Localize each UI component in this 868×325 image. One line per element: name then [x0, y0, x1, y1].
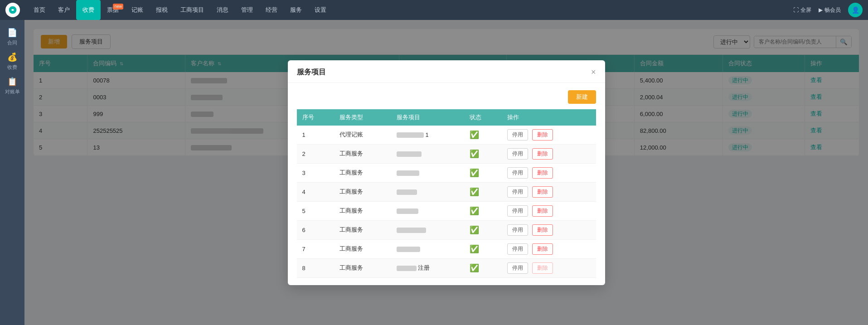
stop-button-5[interactable]: 停用 — [507, 205, 528, 217]
stop-button-2[interactable]: 停用 — [507, 148, 528, 160]
vip-icon: ▶ — [819, 7, 823, 13]
delete-button-7[interactable]: 删除 — [532, 243, 553, 255]
user-avatar[interactable]: 👤 — [848, 3, 863, 17]
nav-item-bizproject[interactable]: 工商项目 — [174, 0, 210, 20]
stop-button-3[interactable]: 停用 — [507, 167, 528, 179]
delete-button-6[interactable]: 删除 — [532, 224, 553, 236]
fee-icon: 💰 — [7, 52, 17, 62]
delete-button-2[interactable]: 删除 — [532, 148, 553, 160]
service-modal: 服务项目 × 新建 序号 服务类型 服务项目 状态 操作 — [288, 60, 605, 285]
modal-toolbar: 新建 — [297, 90, 596, 104]
list-item: 2 工商服务 ✅ 停用 删除 — [297, 144, 596, 163]
vip-button[interactable]: ▶ 畅会员 — [819, 6, 841, 14]
stop-button-8[interactable]: 停用 — [507, 262, 528, 274]
nav-item-message[interactable]: 消息 — [210, 0, 235, 20]
modal-table-body: 1 代理记账 1 ✅ 停用 删除 2 工商服务 ✅ — [297, 126, 596, 278]
modal-title: 服务项目 — [297, 68, 326, 77]
status-icon-5: ✅ — [470, 207, 479, 215]
stop-button-1[interactable]: 停用 — [507, 129, 528, 141]
nav-item-fee[interactable]: 收费 — [76, 0, 101, 20]
fullscreen-icon: ⛶ — [793, 7, 799, 13]
list-item: 6 工商服务 ✅ 停用 删除 — [297, 220, 596, 239]
app-logo[interactable] — [5, 3, 20, 17]
status-icon-4: ✅ — [470, 188, 479, 196]
modal-close-button[interactable]: × — [591, 68, 596, 77]
nav-item-invoice[interactable]: 票据 new — [101, 0, 125, 20]
status-icon-6: ✅ — [470, 226, 479, 234]
stop-button-7[interactable]: 停用 — [507, 243, 528, 255]
top-right-actions: ⛶ 全屏 ▶ 畅会员 👤 — [793, 3, 863, 17]
modal-new-button[interactable]: 新建 — [568, 90, 596, 104]
nav-item-customer[interactable]: 客户 — [52, 0, 76, 20]
sidebar-item-statement[interactable]: 📋 对账单 — [1, 73, 24, 98]
modal-header: 服务项目 × — [288, 60, 605, 83]
contract-icon: 📄 — [7, 28, 17, 38]
service-items-table: 序号 服务类型 服务项目 状态 操作 1 代理记账 1 ✅ 停用 — [297, 109, 596, 278]
nav-items: 首页 客户 收费 票据 new 记账 报税 工商项目 消息 管理 经营 服务 设… — [27, 0, 793, 20]
status-icon-2: ✅ — [470, 150, 479, 158]
nav-item-home[interactable]: 首页 — [27, 0, 52, 20]
modal-body: 新建 序号 服务类型 服务项目 状态 操作 1 代理记账 — [288, 83, 605, 285]
list-item: 5 工商服务 ✅ 停用 删除 — [297, 201, 596, 220]
top-navigation: 首页 客户 收费 票据 new 记账 报税 工商项目 消息 管理 经营 服务 设… — [0, 0, 868, 20]
nav-item-manage[interactable]: 管理 — [235, 0, 259, 20]
delete-button-1[interactable]: 删除 — [532, 129, 553, 141]
nav-item-service[interactable]: 服务 — [284, 0, 308, 20]
list-item: 8 工商服务 注册 ✅ 停用 删除 — [297, 258, 596, 277]
sidebar-item-fee[interactable]: 💰 收费 — [1, 49, 24, 73]
status-icon-3: ✅ — [470, 169, 479, 177]
delete-button-8[interactable]: 删除 — [532, 262, 553, 274]
stop-button-4[interactable]: 停用 — [507, 186, 528, 198]
modal-overlay[interactable]: 服务项目 × 新建 序号 服务类型 服务项目 状态 操作 — [24, 20, 868, 325]
stop-button-6[interactable]: 停用 — [507, 224, 528, 236]
status-icon-1: ✅ — [470, 131, 479, 139]
modal-table-header: 序号 服务类型 服务项目 状态 操作 — [297, 109, 596, 126]
status-icon-8: ✅ — [470, 264, 479, 272]
delete-button-3[interactable]: 删除 — [532, 167, 553, 179]
list-item: 4 工商服务 ✅ 停用 删除 — [297, 182, 596, 201]
delete-button-4[interactable]: 删除 — [532, 186, 553, 198]
statement-icon: 📋 — [7, 77, 17, 87]
left-sidebar: 📄 合同 💰 收费 📋 对账单 — [0, 20, 24, 325]
status-icon-7: ✅ — [470, 245, 479, 253]
list-item: 7 工商服务 ✅ 停用 删除 — [297, 239, 596, 258]
nav-item-settings[interactable]: 设置 — [308, 0, 333, 20]
nav-item-operation[interactable]: 经营 — [259, 0, 284, 20]
sidebar-item-contract[interactable]: 📄 合同 — [1, 24, 24, 49]
new-badge: new — [113, 4, 123, 10]
list-item: 1 代理记账 1 ✅ 停用 删除 — [297, 126, 596, 145]
nav-item-bookkeeping[interactable]: 记账 — [125, 0, 150, 20]
nav-item-tax[interactable]: 报税 — [150, 0, 174, 20]
delete-button-5[interactable]: 删除 — [532, 205, 553, 217]
fullscreen-button[interactable]: ⛶ 全屏 — [793, 6, 811, 14]
list-item: 3 工商服务 ✅ 停用 删除 — [297, 163, 596, 182]
